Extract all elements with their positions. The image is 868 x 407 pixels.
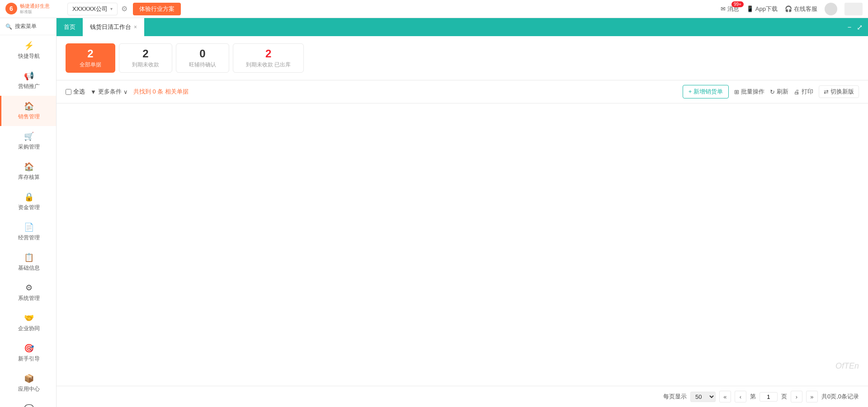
stat-overdue-label: 到期未收款	[132, 61, 159, 69]
message-badge: 99+	[731, 1, 744, 7]
first-page-button[interactable]: «	[719, 391, 731, 402]
next-page-button[interactable]: ›	[791, 391, 802, 402]
batch-icon: ⊞	[734, 89, 739, 95]
guide-icon: 🎯	[24, 343, 34, 353]
chevron-filter-icon: ∨	[123, 89, 128, 95]
sidebar-item-finance[interactable]: 🔒 资金管理	[0, 187, 56, 217]
message-icon: ✉	[721, 5, 726, 12]
marketing-icon: 📢	[24, 71, 34, 81]
page-input[interactable]	[760, 392, 778, 402]
found-count: 0	[153, 88, 156, 95]
stat-card-out-stock[interactable]: 2 到期未收款 已出库	[233, 43, 304, 73]
tab-home[interactable]: 首页	[57, 18, 83, 36]
sidebar-item-marketing[interactable]: 📢 营销推广	[0, 65, 56, 96]
filter-button[interactable]: ▼ 更多条件 ∨	[90, 88, 128, 96]
stat-pending-label: 旺辅待确认	[189, 61, 216, 69]
company-name: XXXXXX公司	[72, 5, 108, 13]
print-button[interactable]: 🖨 打印	[794, 88, 813, 96]
add-sales-order-button[interactable]: + 新增销货单	[683, 85, 729, 98]
app-center-icon: 📦	[24, 374, 34, 384]
switch-icon: ⇄	[824, 89, 829, 95]
tab-maximize-button[interactable]: ⤢	[857, 23, 863, 32]
search-menu-button[interactable]: 🔍 搜索菜单	[0, 18, 56, 35]
wechat-icon: 💬	[24, 404, 34, 407]
last-page-button[interactable]: »	[806, 391, 818, 402]
chevron-down-icon: ▾	[110, 6, 113, 11]
user-name[interactable]	[844, 3, 863, 15]
sidebar-item-guide[interactable]: 🎯 新手引导	[0, 338, 56, 368]
sidebar: 🔍 搜索菜单 ⚡ 快捷导航 📢 营销推广 🏠 销售管理 🛒 采购管理 🏠 库存核…	[0, 18, 57, 407]
basic-info-icon: 📋	[24, 253, 34, 262]
pagination-bar: 每页显示 50 20 100 « ‹ 第 页 › » 共0页,0条记录	[57, 386, 868, 407]
stat-card-all[interactable]: 2 全部单据	[66, 43, 115, 73]
sidebar-item-operations[interactable]: 📄 经营管理	[0, 217, 56, 247]
switch-version-button[interactable]: ⇄ 切换新版	[819, 85, 859, 98]
toolbar: 全选 ▼ 更多条件 ∨ 共找到 0 条 相关单据 + 新增销货单 ⊞	[57, 80, 868, 103]
header-right: ✉ 消息 99+ 📱 App下载 🎧 在线客服	[721, 3, 863, 15]
search-icon: 🔍	[5, 23, 12, 30]
settings-icon[interactable]: ⚙	[121, 5, 127, 13]
main-content: 首页 钱货日清工作台 × － ⤢ 2 全部单据 2 到期未收款	[57, 18, 868, 407]
sidebar-item-system[interactable]: ⚙ 系统管理	[0, 277, 56, 308]
filter-icon: ▼	[90, 89, 96, 95]
per-page-label: 每页显示	[663, 393, 687, 401]
download-icon: 📱	[746, 5, 754, 12]
quick-nav-icon: ⚡	[24, 41, 34, 51]
stat-overdue-number: 2	[142, 47, 148, 60]
sidebar-item-purchase[interactable]: 🛒 采购管理	[0, 126, 56, 156]
select-all-input[interactable]	[66, 89, 71, 95]
online-service-button[interactable]: 🎧 在线客服	[785, 5, 817, 13]
tab-bar-actions: － ⤢	[846, 23, 868, 32]
batch-operation-button[interactable]: ⊞ 批量操作	[734, 88, 764, 96]
sidebar-item-sales[interactable]: 🏠 销售管理	[0, 96, 56, 126]
avatar[interactable]	[825, 3, 837, 15]
stat-all-number: 2	[87, 47, 93, 60]
stat-pending-number: 0	[199, 47, 205, 60]
service-icon: 🎧	[785, 5, 792, 12]
cooperation-icon: 🤝	[24, 313, 34, 323]
per-page-select[interactable]: 50 20 100	[690, 392, 716, 402]
tab-minimize-button[interactable]: －	[846, 23, 853, 32]
logo-icon: 6	[5, 3, 17, 14]
toolbar-right: + 新增销货单 ⊞ 批量操作 ↻ 刷新 🖨 打印 ⇄	[683, 85, 859, 98]
stat-out-stock-number: 2	[265, 47, 271, 60]
sidebar-item-app-center[interactable]: 📦 应用中心	[0, 368, 56, 398]
layout: 🔍 搜索菜单 ⚡ 快捷导航 📢 营销推广 🏠 销售管理 🛒 采购管理 🏠 库存核…	[0, 18, 868, 407]
page-content: 2 全部单据 2 到期未收款 0 旺辅待确认 2 到期未收款 已出库	[57, 36, 868, 407]
print-icon: 🖨	[794, 89, 800, 95]
tab-bar: 首页 钱货日清工作台 × － ⤢	[57, 18, 868, 36]
logo-sub: 标准版	[20, 9, 50, 15]
tab-close-icon[interactable]: ×	[134, 24, 137, 30]
system-icon: ⚙	[25, 283, 33, 293]
sidebar-item-inventory[interactable]: 🏠 库存核算	[0, 156, 56, 187]
sidebar-item-quick-nav[interactable]: ⚡ 快捷导航	[0, 35, 56, 65]
stat-card-pending[interactable]: 0 旺辅待确认	[176, 43, 229, 73]
finance-icon: 🔒	[24, 192, 34, 202]
trial-button[interactable]: 体验行业方案	[133, 3, 181, 15]
select-all-checkbox[interactable]: 全选	[66, 88, 85, 96]
total-label: 共0页,0条记录	[821, 393, 859, 401]
prev-page-button[interactable]: ‹	[735, 391, 746, 402]
operations-icon: 📄	[24, 222, 34, 232]
table-area	[57, 103, 868, 386]
page-label: 第	[750, 393, 756, 401]
app-download-button[interactable]: 📱 App下载	[746, 5, 778, 13]
inventory-icon: 🏠	[24, 162, 34, 172]
refresh-icon: ↻	[770, 89, 775, 95]
company-selector[interactable]: XXXXXX公司 ▾	[67, 3, 118, 15]
top-header: 6 畅捷通好生意 标准版 XXXXXX公司 ▾ ⚙ 体验行业方案 ✉ 消息 99…	[0, 0, 868, 18]
refresh-button[interactable]: ↻ 刷新	[770, 88, 788, 96]
stats-row: 2 全部单据 2 到期未收款 0 旺辅待确认 2 到期未收款 已出库	[57, 36, 868, 80]
logo-area: 6 畅捷通好生意 标准版	[5, 3, 62, 15]
sidebar-item-cooperation[interactable]: 🤝 企业协同	[0, 308, 56, 338]
logo-text: 畅捷通好生意	[20, 3, 50, 9]
message-button[interactable]: ✉ 消息 99+	[721, 5, 739, 13]
sidebar-item-wechat[interactable]: 💬 企业微信	[0, 398, 56, 407]
stat-all-label: 全部单据	[80, 61, 101, 69]
stat-out-stock-label: 到期未收款 已出库	[246, 61, 291, 69]
stat-card-overdue[interactable]: 2 到期未收款	[119, 43, 172, 73]
tab-workbench[interactable]: 钱货日清工作台 ×	[83, 18, 144, 36]
sidebar-item-basic-info[interactable]: 📋 基础信息	[0, 247, 56, 277]
found-text: 共找到 0 条 相关单据	[133, 88, 189, 96]
page-unit: 页	[781, 393, 787, 401]
